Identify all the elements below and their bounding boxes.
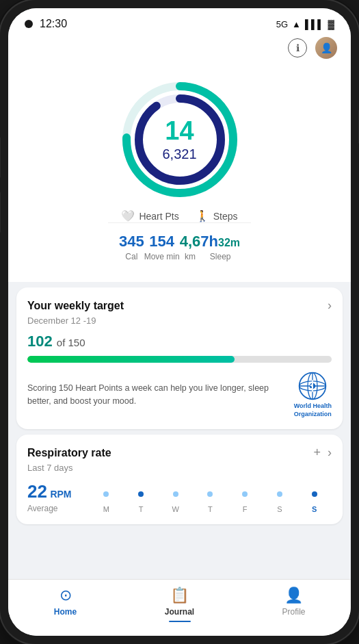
ring-section: 14 6,321 🤍 Heart Pts 🚶 Steps [8, 67, 351, 282]
volume-down-button[interactable] [0, 192, 1, 233]
weekly-target-date: December 12 -19 [27, 315, 332, 326]
sleep-stat: 7h32m Sleep [200, 233, 240, 261]
resp-day-2: W [169, 505, 183, 513]
resp-avg-label: Average [27, 504, 89, 513]
weekly-target-title: Your weekly target [27, 300, 124, 312]
ring-legend: 🤍 Heart Pts 🚶 Steps [121, 209, 237, 222]
resp-subtitle: Last 7 days [27, 463, 332, 473]
journal-label: Journal [165, 607, 194, 617]
resp-day-3: T [203, 505, 217, 513]
steps-icon: 🚶 [196, 209, 209, 222]
time-display: 12:30 [40, 18, 67, 30]
resp-dot-1 [138, 491, 144, 497]
wifi-icon: ▲ [292, 19, 301, 29]
app-header: ℹ 👤 [8, 34, 351, 67]
journal-icon: 📋 [170, 587, 189, 604]
resp-chart: M T W T F S S [89, 491, 332, 513]
resp-actions: + › [313, 446, 332, 460]
nav-profile[interactable]: 👤 Profile [237, 587, 351, 623]
cal-value: 345 [119, 233, 144, 250]
who-emblem-icon [297, 371, 328, 401]
resp-add-icon[interactable]: + [313, 446, 321, 460]
weekly-target-progress-value: 102 of 150 [27, 333, 332, 350]
avatar-image: 👤 [321, 42, 332, 53]
heart-icon: 🤍 [121, 209, 135, 222]
resp-title: Respiratory rate [27, 447, 111, 459]
nav-journal[interactable]: 📋 Journal [122, 587, 237, 623]
journal-active-indicator [169, 621, 191, 623]
bottom-nav: ⊙ Home 📋 Journal 👤 Profile [8, 579, 351, 636]
main-content: 14 6,321 🤍 Heart Pts 🚶 Steps [8, 67, 351, 579]
phone-screen: 12:30 5G ▲ ▌▌▌ ▓ ℹ 👤 [8, 8, 351, 636]
sleep-hours: 7h [200, 233, 218, 250]
home-icon: ⊙ [59, 587, 72, 604]
sleep-value: 7h32m [200, 233, 240, 250]
resp-dot-5 [277, 491, 282, 497]
info-icon: ℹ [296, 42, 300, 53]
status-right: 5G ▲ ▌▌▌ ▓ [276, 19, 334, 29]
status-bar: 12:30 5G ▲ ▌▌▌ ▓ [8, 8, 351, 34]
activity-ring: 14 6,321 [118, 78, 241, 201]
profile-label: Profile [282, 607, 305, 617]
resp-day-5: S [273, 505, 287, 513]
resp-dot-4 [242, 491, 248, 497]
ring-center-values: 14 6,321 [162, 118, 196, 162]
weekly-description: Scoring 150 Heart Points a week can help… [27, 382, 294, 408]
sleep-minutes: 32m [218, 237, 240, 248]
resp-day-4: F [238, 505, 252, 513]
phone-shell: 12:30 5G ▲ ▌▌▌ ▓ ℹ 👤 [0, 0, 359, 644]
resp-day-1: T [134, 505, 148, 513]
heart-pts-label: Heart Pts [139, 211, 178, 222]
cal-stat: 345 Cal [119, 233, 144, 261]
who-label: World HealthOrganization [294, 402, 332, 418]
battery-icon: ▓ [328, 19, 334, 29]
weekly-target-card: Your weekly target › December 12 -19 102… [16, 287, 343, 429]
resp-dot-3 [207, 491, 213, 497]
weekly-target-header: Your weekly target › [27, 298, 332, 313]
heart-pts-value: 14 [162, 118, 196, 144]
info-button[interactable]: ℹ [288, 38, 307, 57]
move-label: Move min [144, 252, 180, 261]
weekly-footer: Scoring 150 Heart Points a week can help… [27, 371, 332, 418]
resp-dot-2 [173, 491, 178, 497]
user-avatar[interactable]: 👤 [315, 37, 337, 59]
km-value: 4,6 [180, 233, 201, 250]
steps-value: 6,321 [162, 146, 196, 162]
weekly-current: 102 [27, 333, 53, 350]
resp-arrow-icon[interactable]: › [328, 446, 332, 460]
signal-icon: ▌▌▌ [305, 19, 324, 29]
network-icon: 5G [276, 19, 288, 29]
km-stat: 4,6 km [180, 233, 201, 261]
weekly-of-label: of 150 [57, 337, 85, 348]
km-label: km [185, 252, 196, 261]
resp-body: 22 RPM Average [27, 481, 332, 513]
progress-bar-background [27, 356, 332, 363]
resp-value: 22 [27, 481, 47, 502]
sleep-label: Sleep [210, 252, 231, 261]
resp-dots-row [89, 491, 332, 500]
nav-home[interactable]: ⊙ Home [8, 587, 122, 623]
camera-dot [25, 20, 33, 28]
home-label: Home [54, 607, 77, 617]
profile-icon: 👤 [284, 587, 303, 604]
move-stat: 154 Move min [144, 233, 180, 261]
resp-value-section: 22 RPM Average [27, 481, 89, 513]
weekly-target-arrow[interactable]: › [328, 298, 332, 313]
resp-header: Respiratory rate + › [27, 446, 332, 460]
steps-label: Steps [213, 211, 238, 222]
status-left: 12:30 [25, 18, 67, 30]
volume-up-button[interactable] [0, 137, 1, 178]
who-logo: World HealthOrganization [294, 371, 332, 418]
respiratory-rate-card: Respiratory rate + › Last 7 days 22 RPM … [16, 435, 343, 524]
steps-legend: 🚶 Steps [196, 209, 238, 222]
resp-dot-0 [103, 491, 109, 497]
heart-pts-legend: 🤍 Heart Pts [121, 209, 178, 222]
resp-day-labels: M T W T F S S [89, 505, 332, 513]
resp-value-row: 22 RPM [27, 481, 89, 502]
move-value: 154 [149, 233, 174, 250]
resp-dot-6 [312, 491, 317, 497]
stats-row: 345 Cal 154 Move min 4,6 km 7h32m [108, 222, 251, 268]
resp-unit: RPM [50, 489, 71, 500]
progress-bar-fill [27, 356, 235, 363]
cal-label: Cal [125, 252, 137, 261]
